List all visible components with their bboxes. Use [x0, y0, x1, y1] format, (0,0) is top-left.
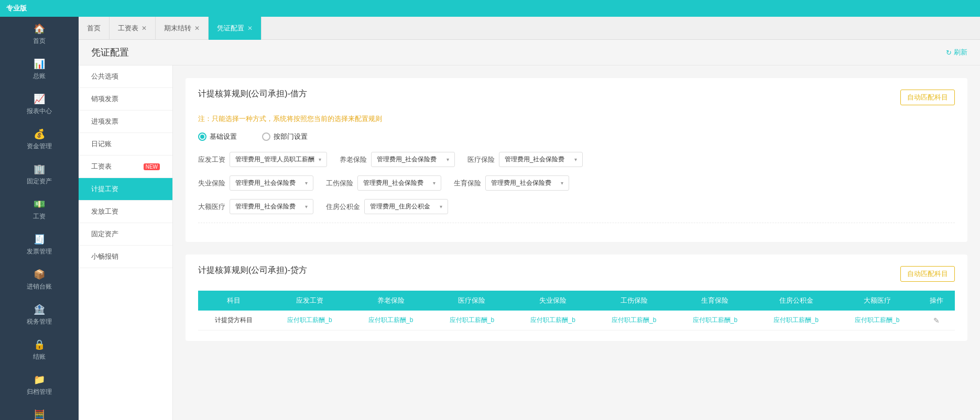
left-nav-item-public_options[interactable]: 公共选项: [79, 65, 172, 88]
tab-label-payroll: 工资表: [118, 24, 138, 33]
archive-icon: 📁: [34, 374, 45, 385]
radio-basic[interactable]: 基础设置: [198, 132, 237, 141]
select-pension[interactable]: 管理费用_社会保险费 ▾: [371, 152, 455, 167]
report_center-icon: 📈: [34, 93, 45, 105]
chevron-down-icon: ▾: [561, 180, 563, 186]
radio-basic-circle: [198, 132, 206, 141]
refresh-button[interactable]: ↻ 刷新: [946, 48, 967, 57]
expense-icon: 🧮: [34, 409, 45, 420]
home-icon: 🏠: [34, 23, 45, 35]
chevron-down-icon: ▾: [440, 204, 442, 209]
sidebar-item-report_center[interactable]: 📈报表中心: [0, 87, 79, 122]
credit-section: 计提核算规则(公司承担)-贷方 自动匹配科目 科目 应发工资 养老保险 医疗保险…: [186, 255, 967, 341]
new-badge-payroll_table: NEW: [144, 163, 160, 170]
sidebar-label-general_ledger: 总账: [33, 72, 46, 81]
sidebar-label-purchase_sales: 进销台账: [27, 282, 52, 291]
sidebar-label-payroll: 工资: [33, 212, 46, 221]
radio-department-label: 按部门设置: [274, 132, 308, 141]
sidebar-item-tax_management[interactable]: 🏦税务管理: [0, 297, 79, 333]
sidebar-item-fixed_assets[interactable]: 🏢固定资产: [0, 157, 79, 192]
left-nav-label-issue_payroll: 发放工资: [91, 207, 118, 216]
chevron-down-icon: ▾: [319, 157, 321, 162]
col-medical: 医疗保险: [431, 291, 513, 311]
cell-major-medical-val: 应付职工薪酬_b: [836, 311, 918, 330]
chevron-down-icon: ▾: [433, 180, 435, 186]
chevron-down-icon: ▾: [574, 157, 577, 162]
left-nav-item-fixed_assets[interactable]: 固定资产: [79, 223, 172, 246]
page-title: 凭证配置: [91, 46, 129, 59]
select-major-medical[interactable]: 管理费用_社会保险费 ▾: [230, 199, 313, 214]
left-nav-label-accrual_payroll: 计提工资: [91, 184, 118, 194]
sidebar-label-fund_management: 资金管理: [27, 142, 52, 151]
left-nav: 公共选项销项发票进项发票日记账工资表NEW计提工资发放工资固定资产小畅报销: [79, 65, 173, 420]
tab-voucher_config[interactable]: 凭证配置✕: [209, 17, 262, 40]
tab-home[interactable]: 首页: [79, 17, 110, 40]
debit-auto-match-button[interactable]: 自动匹配科目: [900, 90, 955, 105]
col-salary: 应发工资: [269, 291, 351, 311]
sidebar-item-invoice_management[interactable]: 🧾发票管理: [0, 227, 79, 262]
cell-action[interactable]: ✎: [918, 311, 955, 330]
tab-label-voucher_config: 凭证配置: [217, 24, 244, 33]
left-nav-label-journal: 日记账: [91, 139, 112, 149]
left-nav-label-sales_invoice: 销项发票: [91, 94, 118, 104]
label-pension: 养老保险: [340, 155, 367, 164]
left-nav-item-issue_payroll[interactable]: 发放工资: [79, 201, 172, 223]
tab-close-payroll[interactable]: ✕: [141, 25, 147, 32]
radio-department-circle: [262, 132, 270, 141]
select-unemployment[interactable]: 管理费用_社会保险费 ▾: [230, 175, 313, 191]
debit-form-row-2: 失业保险 管理费用_社会保险费 ▾ 工伤保险 管理费用_社会保险费 ▾: [198, 175, 955, 191]
table-row: 计提贷方科目 应付职工薪酬_b 应付职工薪酬_b 应付职工薪酬_b 应付职工薪酬…: [198, 311, 955, 330]
field-housing-fund: 住房公积金 管理费用_住房公积金 ▾: [326, 199, 448, 214]
sidebar-label-tax_management: 税务管理: [27, 317, 52, 326]
sidebar-item-archive[interactable]: 📁归档管理: [0, 368, 79, 403]
left-nav-item-purchase_invoice[interactable]: 进项发票: [79, 110, 172, 133]
debit-section-title: 计提核算规则(公司承担)-借方: [198, 89, 307, 100]
left-nav-label-fixed_assets: 固定资产: [91, 229, 118, 239]
debit-notice: 注：只能选择一种方式，系统将按照您当前的选择来配置规则: [198, 114, 955, 124]
col-housing-fund: 住房公积金: [756, 291, 837, 311]
sidebar-item-payroll[interactable]: 💵工资: [0, 192, 79, 227]
left-nav-item-accrual_payroll[interactable]: 计提工资: [79, 178, 172, 201]
select-maternity[interactable]: 管理费用_社会保险费 ▾: [485, 175, 569, 191]
select-work-injury[interactable]: 管理费用_社会保险费 ▾: [357, 175, 441, 191]
select-medical[interactable]: 管理费用_社会保险费 ▾: [499, 152, 583, 167]
field-medical: 医疗保险 管理费用_社会保险费 ▾: [467, 152, 583, 167]
left-nav-label-purchase_invoice: 进项发票: [91, 117, 118, 126]
select-housing-fund[interactable]: 管理费用_住房公积金 ▾: [364, 199, 448, 214]
radio-department[interactable]: 按部门设置: [262, 132, 308, 141]
tab-close-voucher_config[interactable]: ✕: [247, 25, 253, 32]
left-nav-label-payroll_table: 工资表: [91, 162, 112, 171]
col-pension: 养老保险: [350, 291, 431, 311]
sidebar-item-expense[interactable]: 🧮小畅报销: [0, 403, 79, 420]
sidebar-label-close_period: 结账: [33, 352, 46, 361]
sidebar-label-fixed_assets: 固定资产: [27, 177, 52, 186]
edit-icon[interactable]: ✎: [933, 316, 940, 325]
select-salary[interactable]: 管理费用_管理人员职工薪酬 ▾: [230, 152, 327, 167]
left-nav-label-public_options: 公共选项: [91, 72, 118, 81]
debit-divider: [198, 223, 955, 223]
tab-payroll[interactable]: 工资表✕: [110, 17, 156, 40]
col-action: 操作: [918, 291, 955, 311]
sidebar-item-general_ledger[interactable]: 📊总账: [0, 52, 79, 87]
sidebar-item-home[interactable]: 🏠首页: [0, 17, 79, 52]
sidebar-item-close_period[interactable]: 🔒结账: [0, 333, 79, 368]
tax_management-icon: 🏦: [34, 304, 45, 315]
col-maternity: 生育保险: [674, 291, 756, 311]
tab-label-home: 首页: [87, 24, 101, 33]
left-nav-item-expense_report[interactable]: 小畅报销: [79, 246, 172, 268]
tab-close-period_close[interactable]: ✕: [194, 25, 200, 32]
label-work-injury: 工伤保险: [326, 179, 353, 188]
sidebar-item-purchase_sales[interactable]: 📦进销台账: [0, 262, 79, 297]
left-nav-item-journal[interactable]: 日记账: [79, 133, 172, 156]
field-maternity: 生育保险 管理费用_社会保险费 ▾: [454, 175, 569, 191]
sidebar-item-fund_management[interactable]: 💰资金管理: [0, 122, 79, 157]
left-nav-item-payroll_table[interactable]: 工资表NEW: [79, 156, 172, 178]
tab-period_close[interactable]: 期末结转✕: [156, 17, 209, 40]
col-work-injury: 工伤保险: [593, 291, 674, 311]
cell-subject: 计提贷方科目: [198, 311, 269, 330]
left-nav-item-sales_invoice[interactable]: 销项发票: [79, 88, 172, 110]
cell-medical-val: 应付职工薪酬_b: [431, 311, 513, 330]
tab-bar: 首页工资表✕期末结转✕凭证配置✕: [79, 17, 980, 40]
credit-auto-match-button[interactable]: 自动匹配科目: [900, 266, 955, 282]
label-unemployment: 失业保险: [198, 179, 225, 188]
